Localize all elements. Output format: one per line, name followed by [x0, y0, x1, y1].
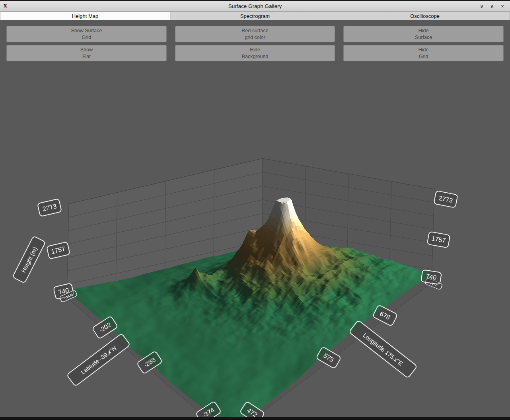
button-label-line: Grid — [82, 34, 91, 41]
button-label-line: Flat — [82, 53, 91, 60]
window-title: Surface Graph Gallery — [0, 3, 510, 9]
tab-oscilloscope[interactable]: Oscilloscope — [340, 12, 510, 20]
show-flat-button[interactable]: Show Flat — [6, 45, 167, 61]
button-label-line: grid color — [245, 34, 265, 41]
tab-bar: Height Map Spectrogram Oscilloscope — [0, 12, 510, 20]
app-icon[interactable]: X — [3, 3, 7, 8]
hide-background-button[interactable]: Hide Background — [175, 45, 335, 61]
red-surface-grid-color-button[interactable]: Red surface grid color — [175, 26, 335, 42]
tab-height-map[interactable]: Height Map — [0, 12, 170, 20]
toolbar: Show Surface Grid Red surface grid color… — [0, 20, 510, 66]
hide-surface-button[interactable]: Hide Surface — [343, 26, 504, 42]
minimize-button[interactable]: ∨ — [477, 3, 487, 9]
button-label-line: Hide — [419, 27, 429, 34]
button-label-line: Red surface — [241, 27, 268, 34]
button-label-line: Show — [80, 47, 93, 53]
button-label-line: Hide — [419, 47, 429, 53]
window-chrome: X Surface Graph Gallery ∨ ∧ × Height Map… — [0, 0, 510, 66]
hide-grid-button[interactable]: Hide Grid — [343, 45, 504, 61]
titlebar[interactable]: X Surface Graph Gallery ∨ ∧ × — [0, 1, 510, 12]
button-label-line: Background — [242, 53, 269, 60]
window-controls: ∨ ∧ × — [477, 1, 508, 11]
tab-spectrogram[interactable]: Spectrogram — [170, 12, 340, 20]
button-label-line: Surface — [415, 34, 432, 41]
maximize-button[interactable]: ∧ — [487, 3, 497, 9]
show-surface-grid-button[interactable]: Show Surface Grid — [6, 26, 167, 42]
button-label-line: Grid — [419, 53, 428, 60]
app-window: X Surface Graph Gallery ∨ ∧ × Height Map… — [0, 0, 510, 420]
close-button[interactable]: × — [497, 3, 508, 9]
button-label-line: Show Surface — [71, 27, 102, 34]
window-bottom-border — [0, 417, 510, 420]
button-label-line: Hide — [250, 47, 260, 53]
